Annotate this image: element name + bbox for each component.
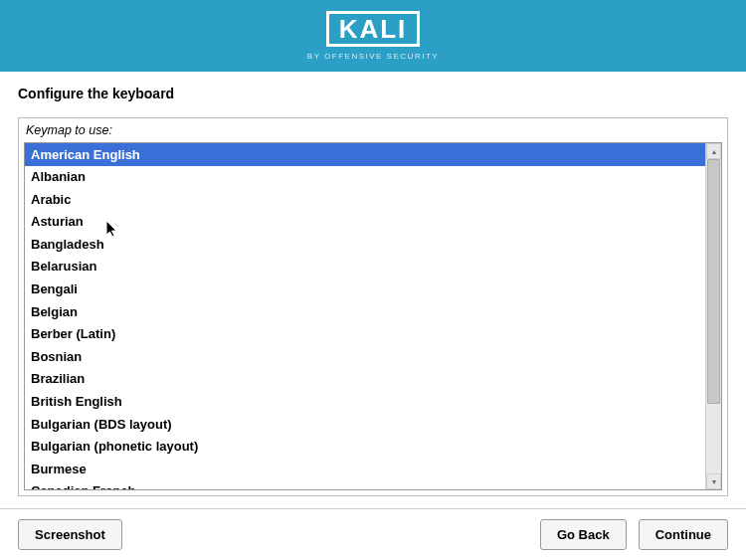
keymap-item[interactable]: Arabic: [25, 188, 705, 211]
keymap-item[interactable]: Bulgarian (BDS layout): [25, 413, 705, 436]
keymap-item[interactable]: Asturian: [25, 211, 705, 234]
scrollbar[interactable]: ▴ ▾: [705, 143, 721, 489]
scroll-thumb[interactable]: [707, 159, 720, 404]
scroll-up-button[interactable]: ▴: [706, 143, 721, 159]
keymap-label: Keymap to use:: [24, 123, 722, 142]
keymap-listbox-container: American EnglishAlbanianArabicAsturianBa…: [24, 142, 722, 490]
scroll-down-button[interactable]: ▾: [706, 473, 721, 489]
screenshot-button[interactable]: Screenshot: [18, 519, 122, 550]
keymap-item[interactable]: Berber (Latin): [25, 323, 705, 346]
keymap-listbox[interactable]: American EnglishAlbanianArabicAsturianBa…: [25, 143, 705, 489]
keymap-item[interactable]: Bengali: [25, 279, 705, 301]
installer-header: KALI BY OFFENSIVE SECURITY: [0, 0, 746, 72]
keymap-item[interactable]: American English: [25, 143, 705, 166]
keymap-item[interactable]: Bangladesh: [25, 233, 705, 256]
keymap-item[interactable]: Belarusian: [25, 256, 705, 279]
logo-subtitle: BY OFFENSIVE SECURITY: [307, 52, 439, 61]
keymap-item[interactable]: Belgian: [25, 300, 705, 323]
keymap-item[interactable]: Canadian French: [25, 480, 705, 489]
kali-logo: KALI: [326, 11, 421, 47]
scroll-track[interactable]: [706, 159, 721, 473]
content-area: Configure the keyboard Keymap to use: Am…: [0, 72, 746, 496]
page-title: Configure the keyboard: [18, 86, 728, 101]
keymap-item[interactable]: Bosnian: [25, 345, 705, 368]
logo-text: KALI: [339, 16, 408, 42]
keymap-item[interactable]: British English: [25, 391, 705, 414]
keymap-item[interactable]: Albanian: [25, 166, 705, 189]
continue-button[interactable]: Continue: [639, 519, 728, 550]
keymap-item[interactable]: Burmese: [25, 458, 705, 480]
keymap-panel: Keymap to use: American EnglishAlbanianA…: [18, 117, 728, 496]
go-back-button[interactable]: Go Back: [540, 519, 627, 550]
keymap-item[interactable]: Brazilian: [25, 368, 705, 391]
footer-bar: Screenshot Go Back Continue: [0, 508, 746, 560]
keymap-item[interactable]: Bulgarian (phonetic layout): [25, 436, 705, 459]
